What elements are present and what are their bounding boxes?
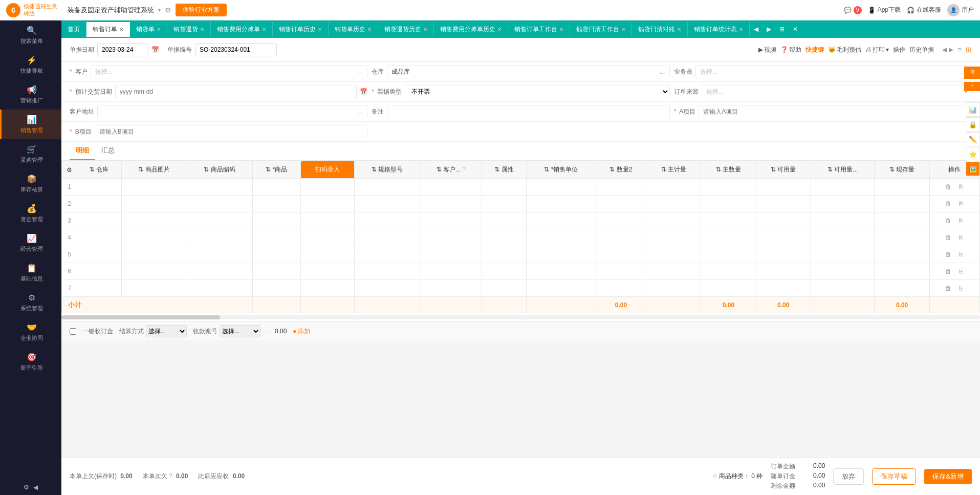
tab-home[interactable]: 首页 <box>61 22 86 37</box>
td-qty2-1[interactable] <box>596 179 646 196</box>
tab-sales-expense-close[interactable]: ✕ <box>262 27 266 32</box>
app-title-dropdown-icon[interactable]: ▾ <box>158 7 161 13</box>
th-scan[interactable]: 扫码录入 <box>301 161 355 179</box>
td-available2-2[interactable] <box>811 196 875 212</box>
td-warehouse-2[interactable] <box>77 196 122 212</box>
view-mode-grid-icon[interactable]: ⊞ <box>966 46 972 54</box>
current-due-help[interactable]: ? <box>169 472 172 480</box>
tab-sales-bill-close[interactable]: ✕ <box>157 27 161 32</box>
row-delete-icon-2[interactable]: 🗑 <box>943 199 953 209</box>
nav-next-icon[interactable]: ▶ <box>949 46 953 53</box>
tab-sales-bill-history-close[interactable]: ✕ <box>367 27 372 32</box>
row-delete-icon-1[interactable]: 🗑 <box>943 182 953 192</box>
operate-link[interactable]: 操作 <box>893 46 905 54</box>
tab-sales-expense[interactable]: 销售费用分摊单 ✕ <box>211 22 273 37</box>
td-product-1[interactable] <box>252 179 301 196</box>
tab-sales-stats-close[interactable]: ✕ <box>739 27 743 32</box>
tab-sales-order[interactable]: 销售订单 ✕ <box>86 22 130 37</box>
th-settings[interactable]: ⚙ <box>62 161 77 179</box>
tab-cash-workbench[interactable]: 钱货日清工作台 ✕ <box>570 22 632 37</box>
tab-sales-order-history[interactable]: 销售订单历史 ✕ <box>273 22 329 37</box>
account-ellipsis[interactable]: … <box>263 328 269 335</box>
sidebar-item-guide[interactable]: 🎯 新手引导 <box>0 347 61 377</box>
print-dropdown-icon[interactable]: ▾ <box>886 46 889 53</box>
td-main-unit-2[interactable] <box>646 196 701 212</box>
tab-cash-reconcile[interactable]: 钱货日清对账 ✕ <box>632 22 688 37</box>
tab-sales-bill[interactable]: 销货单 ✕ <box>130 22 167 37</box>
tab-sales-return-close[interactable]: ✕ <box>200 27 204 32</box>
row-copy-icon-4[interactable]: ⎘ <box>955 232 966 243</box>
td-unit-2[interactable] <box>526 196 596 212</box>
tab-nav-next[interactable]: ▶ <box>763 23 775 36</box>
th-main-unit[interactable]: ⇅ 主计量 <box>646 161 701 179</box>
sidebar-item-cooperation[interactable]: 🤝 企业协同 <box>0 317 61 347</box>
payment-select[interactable]: 选择... <box>146 325 187 337</box>
td-warehouse-3[interactable] <box>77 212 122 229</box>
tab-workbench-close[interactable]: ✕ <box>559 27 563 32</box>
td-customer-code-1[interactable] <box>420 179 482 196</box>
td-main-qty-2[interactable] <box>701 196 756 212</box>
th-attribute[interactable]: ⇅ 属性 <box>482 161 527 179</box>
th-code[interactable]: ⇅ 商品编码 <box>187 161 252 179</box>
tab-expense-history[interactable]: 销售费用分摊单历史 ✕ <box>434 22 508 37</box>
address-input[interactable]: … <box>97 105 367 118</box>
help-link[interactable]: ❓ 帮助 <box>780 46 801 54</box>
warehouse-select[interactable]: 成品库 … <box>387 65 669 78</box>
delivery-date-input[interactable] <box>115 85 357 98</box>
td-available2-1[interactable] <box>811 179 875 196</box>
tab-workbench[interactable]: 销售订单工作台 ✕ <box>508 22 570 37</box>
profit-link[interactable]: 🐱 毛利预估 <box>828 46 861 54</box>
tab-return-history-close[interactable]: ✕ <box>423 27 427 32</box>
sidebar-item-sales[interactable]: 📊 销售管理 <box>0 110 61 139</box>
row-delete-icon-7[interactable]: 🗑 <box>943 283 953 293</box>
td-warehouse-1[interactable] <box>77 179 122 196</box>
td-product-2[interactable] <box>252 196 301 212</box>
row-delete-icon-4[interactable]: 🗑 <box>943 232 953 243</box>
history-link[interactable]: 历史单据 <box>909 46 934 54</box>
app-download-link[interactable]: 📱 App下载 <box>868 6 901 14</box>
panel-chart-icon[interactable]: 📊 <box>966 102 980 117</box>
sidebar-item-finance[interactable]: 💰 资金管理 <box>0 199 61 228</box>
tab-sales-return[interactable]: 销货退货 ✕ <box>167 22 211 37</box>
th-spec[interactable]: ⇅ 规格型号 <box>355 161 420 179</box>
td-qty2-2[interactable] <box>596 196 646 212</box>
td-main-unit-1[interactable] <box>646 179 701 196</box>
nav-prev-icon[interactable]: ◀ <box>942 46 947 53</box>
td-current-stock-1[interactable] <box>875 179 929 196</box>
row-copy-icon-6[interactable]: ⎘ <box>955 266 966 276</box>
th-available[interactable]: ⇅ 可用量 <box>756 161 811 179</box>
salesperson-select[interactable]: 选择... … <box>695 65 972 78</box>
tab-return-history[interactable]: 销货退货历史 ✕ <box>378 22 434 37</box>
td-unit-1[interactable] <box>526 179 596 196</box>
one-click-deposit-checkbox[interactable] <box>70 328 76 335</box>
tab-nav-prev[interactable]: ◀ <box>750 23 763 36</box>
project-b-input[interactable] <box>95 125 368 138</box>
calendar-icon[interactable]: 📅 <box>151 46 159 53</box>
panel-edit-icon[interactable]: ✏️ <box>966 132 980 146</box>
th-image[interactable]: ⇅ 商品图片 <box>121 161 187 179</box>
tab-cash-reconcile-close[interactable]: ✕ <box>677 27 681 32</box>
th-qty2[interactable]: ⇅ 数量2 <box>596 161 646 179</box>
sidebar-item-quicknav[interactable]: ⚡ 快捷导航 <box>0 50 61 80</box>
th-main-qty[interactable]: ⇅ 主数量 <box>701 161 756 179</box>
td-code-1[interactable] <box>187 179 252 196</box>
tab-cash-workbench-close[interactable]: ✕ <box>621 27 625 32</box>
warehouse-ellipsis[interactable]: … <box>659 68 665 75</box>
table-scrollbar[interactable] <box>61 313 980 321</box>
panel-image-icon[interactable]: 🖼️ <box>966 162 980 176</box>
row-delete-icon-5[interactable]: 🗑 <box>943 249 953 260</box>
td-available-2[interactable] <box>756 196 811 212</box>
product-count-icon[interactable]: ⊙ <box>712 472 717 480</box>
th-product[interactable]: ⇅ *商品 <box>252 161 301 179</box>
td-customer-code-2[interactable] <box>420 196 482 212</box>
th-customer-code[interactable]: ⇅ 客户... ? <box>420 161 482 179</box>
add-deposit-link[interactable]: ● 添加 <box>293 327 310 336</box>
sidebar-item-system[interactable]: ⚙ 系统管理 <box>0 288 61 317</box>
view-mode-list-icon[interactable]: ≡ <box>957 46 962 54</box>
save-new-button[interactable]: 保存&新增 <box>924 469 972 484</box>
shortcut-link[interactable]: 快捷键 <box>805 46 824 54</box>
sidebar-item-operations[interactable]: 📈 经营管理 <box>0 228 61 258</box>
row-copy-icon-7[interactable]: ⎘ <box>955 283 966 293</box>
number-input[interactable] <box>195 43 277 56</box>
view-video-link[interactable]: ▶ 视频 <box>758 46 776 54</box>
